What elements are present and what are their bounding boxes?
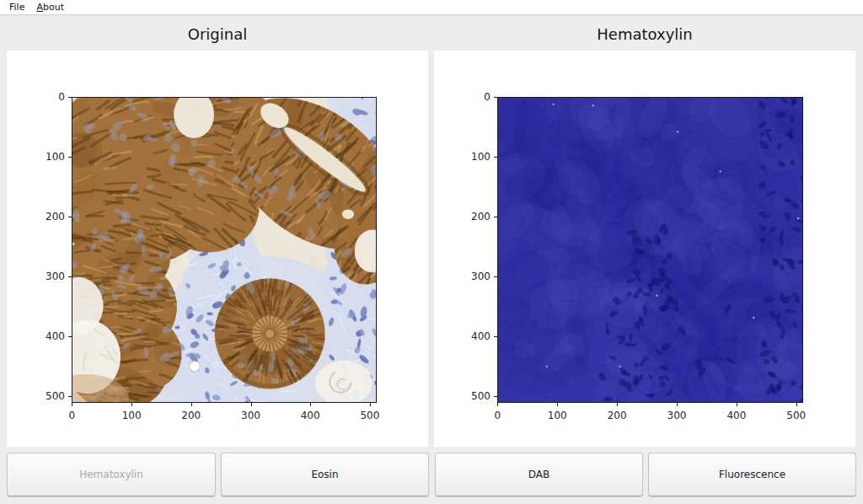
x-tick-label: 100 (113, 410, 150, 421)
x-tick-label: 0 (479, 410, 516, 421)
figure-title-hematoxylin: Hematoxylin (434, 24, 855, 46)
y-tick-mark (68, 276, 72, 277)
y-tick-mark (494, 336, 497, 337)
x-tick-mark (131, 403, 132, 406)
menu-file[interactable]: File (3, 1, 30, 13)
x-tick-label: 0 (53, 410, 90, 421)
y-tick-label: 500 (455, 390, 490, 402)
y-tick-label: 100 (455, 151, 490, 163)
hematoxylin-figure-panel: 01002003004005000100200300400500 (434, 51, 855, 447)
eosin-button[interactable]: Eosin (221, 453, 429, 496)
y-tick-label: 0 (29, 91, 65, 103)
original-figure-panel: 01002003004005000100200300400500 (7, 51, 428, 447)
x-tick-mark (497, 403, 498, 406)
y-tick-label: 100 (29, 151, 65, 163)
y-tick-label: 200 (455, 211, 490, 223)
y-tick-label: 300 (29, 271, 65, 282)
x-tick-label: 500 (351, 410, 389, 421)
app-window: FileAbout Original Hematoxylin 010020030… (0, 0, 863, 504)
x-tick-label: 500 (778, 410, 815, 421)
x-tick-label: 300 (658, 410, 695, 421)
x-tick-mark (737, 403, 737, 406)
y-tick-label: 300 (455, 271, 490, 282)
y-tick-mark (68, 97, 72, 98)
menu-about[interactable]: About (30, 1, 70, 13)
x-tick-label: 200 (598, 410, 635, 421)
figure-title-original: Original (7, 24, 428, 46)
x-tick-mark (310, 403, 311, 406)
hematoxylin-plot-axes (497, 97, 803, 403)
x-tick-mark (617, 403, 618, 406)
y-tick-label: 500 (29, 390, 65, 402)
y-tick-mark (68, 336, 72, 337)
x-tick-label: 300 (233, 410, 270, 421)
y-tick-label: 0 (455, 91, 490, 103)
y-tick-mark (494, 97, 497, 98)
dab-button[interactable]: DAB (435, 453, 643, 496)
x-tick-mark (796, 403, 797, 406)
x-tick-mark (72, 403, 72, 406)
y-tick-mark (494, 157, 497, 158)
fluorescence-button[interactable]: Fluorescence (648, 453, 856, 496)
y-tick-mark (68, 217, 72, 217)
y-tick-mark (494, 276, 497, 277)
hematoxylin-button[interactable]: Hematoxylin (7, 453, 216, 496)
y-tick-mark (494, 217, 497, 217)
x-tick-mark (677, 403, 678, 406)
x-tick-mark (191, 403, 192, 406)
x-tick-label: 400 (718, 410, 755, 421)
stain-button-row: Hematoxylin Eosin DAB Fluorescence (0, 453, 863, 496)
x-tick-mark (370, 403, 371, 406)
y-tick-label: 400 (455, 330, 490, 342)
x-tick-label: 100 (539, 410, 576, 421)
hematoxylin-channel-image (498, 98, 802, 402)
y-tick-label: 200 (29, 211, 65, 223)
y-tick-label: 400 (29, 330, 65, 342)
x-tick-label: 400 (292, 410, 329, 421)
x-tick-label: 200 (173, 410, 210, 421)
y-tick-mark (68, 157, 72, 158)
y-tick-mark (68, 396, 72, 397)
x-tick-mark (251, 403, 252, 406)
y-tick-mark (494, 396, 497, 397)
original-plot-axes (72, 97, 377, 403)
x-tick-mark (557, 403, 558, 406)
original-ihc-image (72, 98, 376, 402)
menu-bar: FileAbout (0, 0, 863, 15)
